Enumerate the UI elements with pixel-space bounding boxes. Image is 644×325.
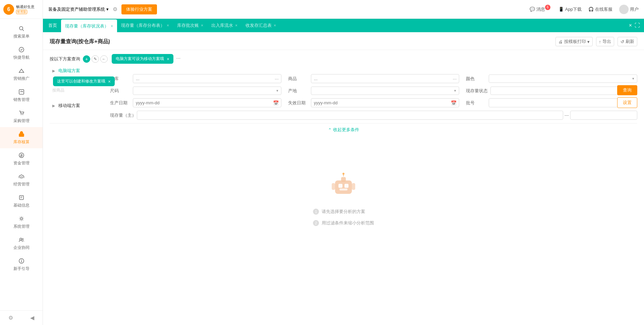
prod-date-calendar-icon[interactable]: 📅 — [273, 100, 279, 106]
scheme-item-pc[interactable]: ▶ 电脑端方案 — [50, 66, 115, 75]
tab-inout-flow-label: 出入库流水 — [211, 22, 233, 29]
tab-inventory-dist-label: 现存量（库存分布表） — [121, 22, 165, 29]
scheme-edit-tooltip: 这里可以创建和修改方案哦 × — [53, 76, 115, 86]
tooltip-scheme-text: 电脑方案可设为移动方案哦 — [116, 56, 164, 62]
size-select[interactable]: ▾ — [133, 87, 281, 95]
sidebar-item-business[interactable]: 经营管理 — [0, 169, 43, 191]
tab-inout-flow[interactable]: 出入库流水 × — [207, 19, 241, 32]
print-btn[interactable]: 🖨 按模板打印 ▾ — [555, 37, 593, 46]
edit-scheme-btn[interactable]: ✎ — [92, 55, 99, 63]
add-scheme-btn[interactable]: + — [83, 55, 90, 63]
purchase-icon — [18, 109, 25, 117]
online-service-label: 在线客服 — [595, 6, 612, 12]
warehouse-input[interactable] — [133, 74, 281, 83]
top-header: 装备及固定资产辅助管理系统 ▾ ⚙ 体验行业方案 💬 消息 6 📱 App下载 … — [43, 0, 644, 19]
origin-select[interactable]: ▾ — [311, 87, 460, 95]
color-select[interactable]: ▾ — [489, 74, 637, 83]
tab-inventory-status-close[interactable]: × — [111, 24, 113, 29]
sidebar-item-guide[interactable]: 新手引导 — [0, 254, 43, 275]
filter-row-color: 颜色 ▾ — [466, 74, 637, 83]
sidebar-item-purchase[interactable]: 采购管理 — [0, 106, 43, 127]
prod-date-input[interactable] — [133, 98, 281, 107]
tab-batch-account[interactable]: 库存批次账 × — [173, 19, 207, 32]
expire-date-input-container: 📅 — [311, 98, 460, 107]
main-content: 装备及固定资产辅助管理系统 ▾ ⚙ 体验行业方案 💬 消息 6 📱 App下载 … — [43, 0, 644, 325]
tab-summary-close[interactable]: × — [274, 23, 276, 28]
tooltip-edit-close[interactable]: × — [108, 79, 111, 84]
user-action[interactable]: 用户 — [619, 5, 639, 14]
sidebar-item-sales[interactable]: 销售管理 — [0, 85, 43, 106]
print-arrow-icon: ▾ — [587, 39, 590, 44]
sidebar-item-search[interactable]: 搜索菜单 — [0, 21, 43, 43]
goods-more-icon[interactable]: ··· — [453, 76, 457, 82]
print-btn-label: 按模板打印 — [564, 39, 586, 45]
tabs-close-all-btn[interactable]: × — [629, 22, 632, 29]
tab-summary[interactable]: 收发存汇总表 × — [241, 19, 280, 32]
scheme-item-mobile[interactable]: ▶ 移动端方案 — [50, 101, 115, 110]
app-download-action[interactable]: 📱 App下载 — [558, 6, 582, 12]
more-conditions-row[interactable]: ⌃ 收起更多条件 — [50, 123, 637, 136]
export-btn[interactable]: ↑ 导出 — [596, 37, 614, 46]
sidebar-item-label-guide: 新手引导 — [13, 266, 30, 272]
filter-separator: ··· — [176, 54, 180, 61]
filter-row-warehouse: 仓库 ··· — [110, 74, 281, 83]
stock-status-select[interactable]: ▾ — [490, 87, 637, 95]
stock-qty-start[interactable] — [137, 111, 563, 120]
sidebar-item-base[interactable]: 基础信息 — [0, 191, 43, 212]
collapse-icon[interactable]: ◀ — [30, 315, 34, 321]
sidebar-item-marketing[interactable]: 营销推广 — [0, 64, 43, 85]
expire-date-calendar-icon[interactable]: 📅 — [451, 100, 457, 106]
svg-rect-25 — [352, 183, 355, 190]
search-btn[interactable]: 查询 — [617, 85, 637, 95]
sidebar-logo: 6 畅通好生意 标准版 — [0, 0, 43, 19]
user-label: 用户 — [630, 6, 639, 12]
sidebar-item-finance[interactable]: 资金管理 — [0, 148, 43, 169]
logo-badge: 标准版 — [16, 10, 27, 14]
tabs-expand-btn[interactable]: ⛶ — [635, 22, 640, 29]
message-badge: 6 — [545, 5, 550, 10]
tab-inventory-dist[interactable]: 现存量（库存分布表） × — [117, 19, 173, 32]
sidebar-item-label-sales: 销售管理 — [13, 97, 30, 103]
tooltip-scheme-close[interactable]: × — [167, 56, 169, 62]
refresh-btn[interactable]: ↺ 刷新 — [618, 37, 637, 46]
warehouse-more-icon[interactable]: ··· — [275, 76, 279, 82]
tab-inout-flow-close[interactable]: × — [235, 23, 237, 28]
tab-home[interactable]: 首页 — [44, 19, 61, 32]
system-title-dropdown[interactable]: 装备及固定资产辅助管理系统 ▾ — [48, 6, 109, 12]
svg-rect-9 — [19, 196, 23, 200]
filter-row-expire-date: 失效日期 📅 — [288, 98, 460, 107]
origin-label: 产地 — [288, 88, 308, 94]
sidebar-item-system[interactable]: 系统管理 — [0, 212, 43, 233]
system-icon — [18, 215, 25, 222]
marketing-icon — [18, 67, 25, 74]
tab-inventory-dist-close[interactable]: × — [167, 23, 169, 28]
expire-date-input[interactable] — [311, 98, 460, 107]
tab-batch-account-close[interactable]: × — [201, 23, 203, 28]
industry-btn[interactable]: 体验行业方案 — [121, 4, 157, 14]
search-buttons: 查询 设置 — [617, 85, 637, 108]
reset-btn[interactable]: 设置 — [617, 97, 637, 108]
sidebar-item-inventory[interactable]: 库存核算 — [0, 127, 43, 148]
filter-area: 按以下方案查询 + ✎ ← 电脑方案可设为移动方案哦 × ··· — [43, 50, 644, 140]
message-action[interactable]: 💬 消息 6 — [530, 6, 552, 12]
tab-inventory-status[interactable]: 现存量（库存状况表） × — [61, 19, 117, 33]
sidebar-item-enterprise[interactable]: 企业协同 — [0, 233, 43, 254]
enterprise-icon — [18, 236, 25, 243]
stock-qty-end[interactable] — [570, 111, 637, 120]
sidebar-item-nav[interactable]: 快捷导航 — [0, 43, 43, 64]
goods-input[interactable] — [311, 74, 460, 83]
back-scheme-btn[interactable]: ← — [100, 55, 108, 63]
scheme-pc-label: 电脑端方案 — [58, 68, 80, 74]
batch-input[interactable] — [489, 98, 637, 107]
headset-icon: 🎧 — [588, 7, 594, 12]
header-settings-icon[interactable]: ⚙ — [113, 6, 117, 12]
header-left: 装备及固定资产辅助管理系统 ▾ ⚙ 体验行业方案 — [48, 4, 157, 14]
scheme-sub-item[interactable]: 按商品 — [50, 86, 115, 95]
settings-bottom-icon[interactable]: ⚙ — [8, 315, 13, 321]
scheme-pc-expand-icon: ▶ — [52, 69, 55, 73]
prod-date-input-container: 📅 — [133, 98, 281, 107]
svg-rect-21 — [341, 177, 346, 182]
online-service-action[interactable]: 🎧 在线客服 — [588, 6, 612, 12]
goods-label: 商品 — [288, 76, 308, 82]
sidebar-item-label-finance: 资金管理 — [13, 160, 30, 166]
